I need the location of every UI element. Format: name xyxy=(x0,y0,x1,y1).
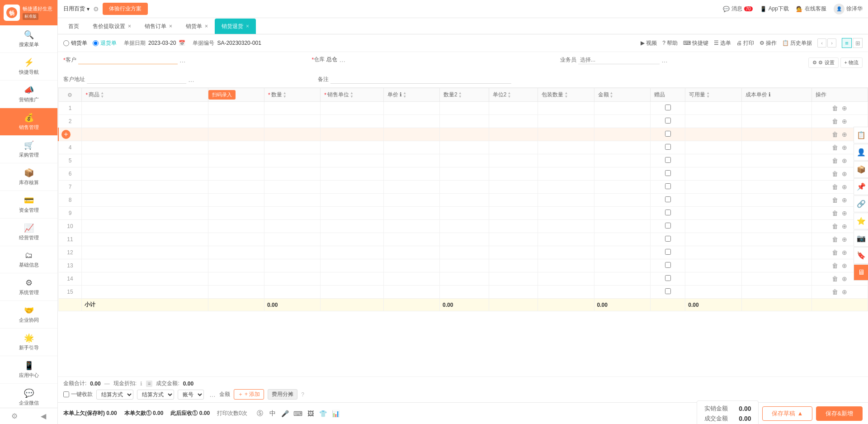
cell-amount-13[interactable] xyxy=(594,259,650,272)
cell-amount-6[interactable] xyxy=(594,167,650,181)
cell-price-9[interactable] xyxy=(383,207,439,220)
cell-product-7[interactable] xyxy=(82,181,208,194)
cell-price-4[interactable] xyxy=(383,141,439,154)
tab-1[interactable]: 售价提取设置× xyxy=(86,19,138,34)
delete-row-btn-11[interactable]: 🗑 xyxy=(831,235,839,244)
account-select-btn[interactable]: … xyxy=(209,391,216,398)
cell-pack-10[interactable] xyxy=(538,220,594,233)
cell-amount-15[interactable] xyxy=(594,286,650,299)
tool-shirt[interactable]: 👕 xyxy=(318,408,329,419)
cell-gift-5[interactable] xyxy=(650,154,685,167)
sidebar-item-1[interactable]: ⚡快捷导航 xyxy=(0,53,57,81)
cell-unit-14[interactable] xyxy=(321,272,384,286)
grid-view-btn[interactable]: ⊞ xyxy=(853,38,863,48)
online-service-btn[interactable]: 💁 在线客服 xyxy=(796,5,826,13)
cell-unit2-2[interactable] xyxy=(489,115,538,128)
th-gear[interactable]: ⚙ xyxy=(58,88,82,102)
cell-price-1[interactable] xyxy=(383,102,439,115)
cell-product-3[interactable] xyxy=(82,128,208,141)
delete-row-btn-5[interactable]: 🗑 xyxy=(831,156,839,165)
cell-pack-12[interactable] xyxy=(538,246,594,259)
product-input-5[interactable] xyxy=(85,157,205,164)
cell-gift-11[interactable] xyxy=(650,233,685,246)
cell-unit-9[interactable] xyxy=(321,207,384,220)
cell-gift-3[interactable] xyxy=(650,128,685,141)
cell-unit-4[interactable] xyxy=(321,141,384,154)
cell-available-14[interactable] xyxy=(685,272,741,286)
cell-unit2-15[interactable] xyxy=(489,286,538,299)
cell-unit2-8[interactable] xyxy=(489,194,538,207)
cell-price-13[interactable] xyxy=(383,259,439,272)
prev-doc-btn[interactable]: ‹ xyxy=(817,38,826,48)
sidebar-item-2[interactable]: 📣营销推广 xyxy=(0,81,57,108)
cell-qty2-10[interactable] xyxy=(440,220,489,233)
tool-zh[interactable]: 中 xyxy=(267,408,278,419)
cell-qty-15[interactable] xyxy=(264,286,321,299)
cell-gift-12[interactable] xyxy=(650,246,685,259)
cash-discount-help[interactable]: ℹ xyxy=(140,381,142,387)
split-help[interactable]: ? xyxy=(301,391,304,398)
gift-check-10[interactable] xyxy=(665,223,671,229)
cell-available-3[interactable] xyxy=(685,128,741,141)
cell-qty2-14[interactable] xyxy=(440,272,489,286)
cell-qty-1[interactable] xyxy=(264,102,321,115)
tab-2[interactable]: 销售订单× xyxy=(138,19,179,34)
sidebar-item-4[interactable]: 🛒采购管理 xyxy=(0,136,57,163)
right-float-8[interactable]: 🖥 xyxy=(854,264,868,281)
settlement-method-select[interactable]: 结算方式 xyxy=(96,390,133,400)
gift-check-4[interactable] xyxy=(665,144,671,150)
th-scan[interactable]: 扫码录入 xyxy=(208,88,264,102)
cell-unit2-1[interactable] xyxy=(489,102,538,115)
cell-pack-2[interactable] xyxy=(538,115,594,128)
gift-check-7[interactable] xyxy=(665,183,671,189)
cell-product-2[interactable] xyxy=(82,115,208,128)
account-select[interactable]: 账号 xyxy=(178,390,204,400)
copy-row-btn-13[interactable]: ⊕ xyxy=(841,261,848,270)
video-btn[interactable]: ▶ 视频 xyxy=(641,39,657,47)
cell-unit2-12[interactable] xyxy=(489,246,538,259)
cell-gift-1[interactable] xyxy=(650,102,685,115)
cell-cost-10[interactable] xyxy=(741,220,811,233)
cell-cost-11[interactable] xyxy=(741,233,811,246)
experience-btn[interactable]: 体验行业方案 xyxy=(103,3,148,15)
cell-available-11[interactable] xyxy=(685,233,741,246)
next-doc-btn[interactable]: › xyxy=(827,38,836,48)
cell-qty2-13[interactable] xyxy=(440,259,489,272)
msg-btn[interactable]: 💬 消息 70 xyxy=(723,5,753,13)
sidebar-item-3[interactable]: 💰销售管理 xyxy=(0,108,57,136)
cell-pack-13[interactable] xyxy=(538,259,594,272)
cell-price-14[interactable] xyxy=(383,272,439,286)
cell-price-6[interactable] xyxy=(383,167,439,181)
cell-available-8[interactable] xyxy=(685,194,741,207)
cell-pack-5[interactable] xyxy=(538,154,594,167)
copy-row-btn-5[interactable]: ⊕ xyxy=(841,156,848,165)
cell-amount-1[interactable] xyxy=(594,102,650,115)
cell-qty-5[interactable] xyxy=(264,154,321,167)
print-btn[interactable]: 🖨 打印 xyxy=(736,39,754,47)
cell-amount-14[interactable] xyxy=(594,272,650,286)
cell-pack-9[interactable] xyxy=(538,207,594,220)
product-input-10[interactable] xyxy=(85,223,205,229)
cell-cost-3[interactable] xyxy=(741,128,811,141)
sidebar-collapse-btn[interactable]: ◀ xyxy=(41,412,46,420)
list-view-btn[interactable]: ≡ xyxy=(842,38,852,48)
tool-s[interactable]: Ⓢ xyxy=(255,408,265,419)
cell-gift-13[interactable] xyxy=(650,259,685,272)
cell-pack-15[interactable] xyxy=(538,286,594,299)
cell-unit-8[interactable] xyxy=(321,194,384,207)
cell-price-8[interactable] xyxy=(383,194,439,207)
cell-cost-15[interactable] xyxy=(741,286,811,299)
app-download-btn[interactable]: 📱 App下载 xyxy=(760,5,789,13)
customer-select-btn[interactable]: … xyxy=(179,57,186,64)
gift-check-6[interactable] xyxy=(665,170,671,176)
copy-row-btn-8[interactable]: ⊕ xyxy=(841,195,848,205)
delete-row-btn-15[interactable]: 🗑 xyxy=(831,287,839,296)
cell-unit2-7[interactable] xyxy=(489,181,538,194)
cell-qty-3[interactable] xyxy=(264,128,321,141)
cell-cost-9[interactable] xyxy=(741,207,811,220)
cell-amount-3[interactable] xyxy=(594,128,650,141)
tool-chart[interactable]: 📊 xyxy=(330,408,341,419)
sidebar-item-12[interactable]: 📱应用中心 xyxy=(0,356,57,384)
cell-pack-4[interactable] xyxy=(538,141,594,154)
cell-price-2[interactable] xyxy=(383,115,439,128)
